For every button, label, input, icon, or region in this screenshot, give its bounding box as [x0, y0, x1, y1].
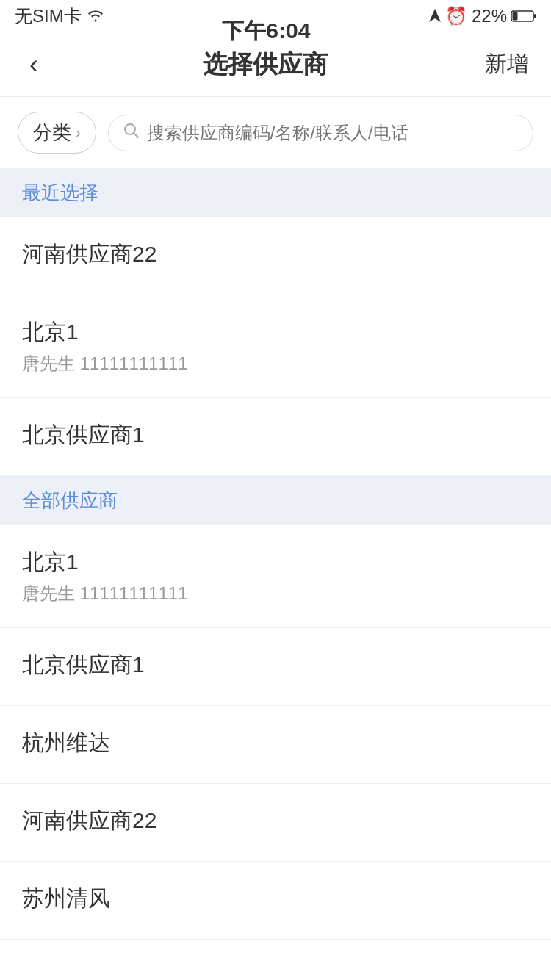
list-item[interactable]: 北京供应商1 [0, 628, 551, 706]
add-button[interactable]: 新增 [485, 49, 529, 79]
status-left: 无SIM卡 [15, 4, 104, 28]
recent-list: 河南供应商22北京1唐先生 11111111111北京供应商1 [0, 217, 551, 476]
all-list: 北京1唐先生 11111111111北京供应商1杭州维达河南供应商22苏州清风 [0, 525, 551, 940]
list-item[interactable]: 北京1唐先生 11111111111 [0, 525, 551, 628]
battery-icon [511, 6, 536, 26]
search-box[interactable] [108, 115, 533, 151]
supplier-name: 北京1 [22, 317, 529, 347]
page-title: 选择供应商 [203, 48, 328, 82]
list-item[interactable]: 河南供应商22 [0, 784, 551, 862]
supplier-name: 苏州清风 [22, 884, 529, 914]
supplier-name: 河南供应商22 [22, 806, 529, 836]
supplier-sub: 唐先生 11111111111 [22, 352, 529, 375]
supplier-sub: 唐先生 11111111111 [22, 582, 529, 605]
wifi-icon [87, 6, 104, 26]
supplier-name: 北京供应商1 [22, 420, 529, 450]
status-bar: 无SIM卡 下午6:04 ⏰ 22% [0, 0, 551, 32]
category-button[interactable]: 分类 › [18, 112, 96, 154]
search-icon [123, 123, 140, 143]
no-sim-text: 无SIM卡 [15, 4, 82, 28]
svg-line-4 [134, 133, 138, 137]
supplier-name: 河南供应商22 [22, 239, 529, 270]
list-item[interactable]: 北京供应商1 [0, 398, 551, 476]
filter-bar: 分类 › [0, 97, 551, 168]
location-icon [429, 6, 441, 26]
back-button[interactable]: ‹ [22, 42, 46, 87]
recent-section-header: 最近选择 [0, 168, 551, 217]
all-section-header: 全部供应商 [0, 476, 551, 525]
supplier-name: 北京1 [22, 547, 529, 577]
status-time: 下午6:04 [222, 16, 310, 46]
supplier-name: 北京供应商1 [22, 650, 529, 680]
status-right: ⏰ 22% [429, 6, 536, 26]
svg-rect-1 [534, 14, 536, 18]
list-item[interactable]: 杭州维达 [0, 706, 551, 784]
category-label: 分类 [33, 120, 71, 145]
chevron-right-icon: › [76, 124, 81, 141]
alarm-icon: ⏰ [445, 6, 467, 26]
list-item[interactable]: 河南供应商22 [0, 217, 551, 295]
svg-rect-2 [513, 12, 518, 21]
search-input[interactable] [147, 123, 518, 143]
battery-text: 22% [472, 6, 507, 26]
supplier-name: 杭州维达 [22, 728, 529, 758]
list-item[interactable]: 苏州清风 [0, 862, 551, 940]
all-section-label: 全部供应商 [22, 489, 118, 511]
list-item[interactable]: 北京1唐先生 11111111111 [0, 295, 551, 398]
recent-section-label: 最近选择 [22, 181, 98, 203]
